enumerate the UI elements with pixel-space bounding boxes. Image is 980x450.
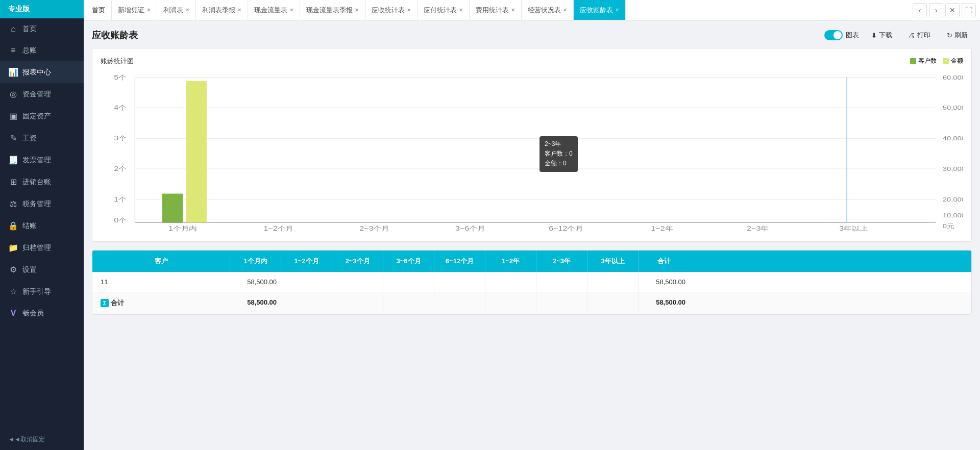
tab-operation-close[interactable]: ✕ [563,7,567,13]
tab-next-button[interactable]: › [929,3,943,17]
refresh-button[interactable]: ↻ 刷新 [943,29,972,42]
svg-text:60,000.00元: 60,000.00元 [943,74,963,81]
sidebar-item-report[interactable]: 📊 报表中心 [0,61,84,83]
sidebar-item-vip[interactable]: V 畅会员 [0,303,84,324]
settings-icon: ⚙ [8,265,18,274]
svg-text:20,000.00元: 20,000.00元 [943,196,963,203]
tab-cashflow-label: 现金流量表 [254,6,287,15]
td-total-year3plus [587,292,639,314]
chart-toggle[interactable] [824,30,843,40]
td-total-year1-2 [485,292,536,314]
tab-bar: 首页 新增凭证 ✕ 利润表 ✕ 利润表季报 ✕ 现金流量表 ✕ 现金流量表季报 … [84,0,980,20]
svg-text:2~3个月: 2~3个月 [359,225,389,232]
chart-toggle-wrap: 图表 [824,30,859,40]
tab-voucher-close[interactable]: ✕ [146,7,151,13]
svg-text:4个: 4个 [114,104,127,111]
td-total-month3-6 [383,292,434,314]
asset-icon: ▣ [8,111,18,121]
tab-receivable-stat-close[interactable]: ✕ [407,7,411,13]
svg-text:6~12个月: 6~12个月 [549,225,583,232]
fund-icon: ◎ [8,89,18,99]
sidebar-label-tax: 税务管理 [22,199,51,209]
svg-text:2~3年: 2~3年 [747,225,769,232]
svg-text:0元: 0元 [943,222,954,229]
sidebar-item-closing[interactable]: 🔒 结账 [0,215,84,237]
report-icon: 📊 [8,67,18,77]
svg-text:0个: 0个 [114,217,127,224]
th-month3-6: 3~6个月 [383,251,434,272]
tab-operation-label: 经营状况表 [528,6,561,15]
tab-profit-quarter-label: 利润表季报 [202,6,235,15]
legend-amount-dot [943,58,949,64]
chart-container: 账龄统计图 客户数 金额 5个 4个 3个 2个 [92,48,972,242]
bar-amount-1[interactable] [186,81,207,223]
sidebar-unpin-button[interactable]: ◄◄取消固定 [0,429,84,450]
tab-prev-button[interactable]: ‹ [913,3,927,17]
tab-payable-stat[interactable]: 应付统计表 ✕ [418,0,470,20]
td-total-month6-12 [434,292,485,314]
tab-expense-stat[interactable]: 费用统计表 ✕ [470,0,522,20]
page-title: 应收账龄表 [92,29,138,41]
bar-customer-1[interactable] [162,194,183,223]
table-row[interactable]: 11 58,500.00 58,500.00 [92,272,971,292]
tab-expense-stat-close[interactable]: ✕ [511,7,515,13]
sidebar-label-home: 首页 [22,24,37,34]
tab-voucher[interactable]: 新增凭证 ✕ [112,0,157,20]
print-button[interactable]: 🖨 打印 [904,29,935,42]
td-total-year2-3 [536,292,587,314]
sidebar-item-ledger[interactable]: ≡ 总账 [0,40,84,61]
download-button[interactable]: ⬇ 下载 [867,29,896,42]
th-month2-3: 2~3个月 [332,251,383,272]
svg-text:3年以上: 3年以上 [839,225,868,232]
td-year3plus [587,272,639,292]
tax-icon: ⚖ [8,199,18,209]
invoice-icon: 🧾 [8,155,18,165]
tab-cashflow-quarter[interactable]: 现金流量表季报 ✕ [300,0,365,20]
sidebar-item-fund[interactable]: ◎ 资金管理 [0,83,84,105]
th-month6-12: 6~12个月 [434,251,485,272]
sidebar-item-asset[interactable]: ▣ 固定资产 [0,105,84,127]
page-header: 应收账龄表 图表 ⬇ 下载 🖨 打印 ↻ 刷新 [92,29,972,42]
tab-receivable-stat[interactable]: 应收统计表 ✕ [365,0,418,20]
svg-text:1~2个月: 1~2个月 [263,225,293,232]
sidebar-item-home[interactable]: ⌂ 首页 [0,18,84,40]
sidebar-item-tax[interactable]: ⚖ 税务管理 [0,193,84,215]
legend-customer-dot [910,58,916,64]
th-year2-3: 2~3年 [536,251,587,272]
th-year1-2: 1~2年 [485,251,536,272]
sidebar-item-guide[interactable]: ☆ 新手引导 [0,281,84,303]
tab-ar-aging-close[interactable]: ✕ [615,7,619,13]
tab-profit-close[interactable]: ✕ [185,7,189,13]
sidebar-item-inventory[interactable]: ⊞ 进销台账 [0,171,84,193]
tab-cashflow[interactable]: 现金流量表 ✕ [248,0,300,20]
tab-payable-stat-close[interactable]: ✕ [459,7,463,13]
tab-cashflow-close[interactable]: ✕ [289,7,293,13]
tab-cashflow-quarter-label: 现金流量表季报 [306,6,353,15]
tab-home[interactable]: 首页 [86,0,112,20]
td-customer: 11 [92,272,230,292]
total-text: 合计 [111,298,124,308]
tab-receivable-stat-label: 应收统计表 [372,6,405,15]
svg-text:40,000.00元: 40,000.00元 [943,135,963,142]
tab-fullscreen-button[interactable]: ⛶ [962,3,976,17]
svg-text:3个: 3个 [114,135,127,142]
svg-text:1~2年: 1~2年 [651,225,673,232]
sidebar-item-salary[interactable]: ✎ 工资 [0,127,84,149]
sidebar-item-archive[interactable]: 📁 归档管理 [0,237,84,259]
tab-close-all-button[interactable]: ✕ [945,3,960,17]
td-month1-2 [281,272,332,292]
tab-operation[interactable]: 经营状况表 ✕ [522,0,574,20]
tab-profit-quarter-close[interactable]: ✕ [237,7,241,13]
sidebar-item-settings[interactable]: ⚙ 设置 [0,259,84,281]
legend-amount: 金额 [943,57,963,65]
sidebar-item-invoice[interactable]: 🧾 发票管理 [0,149,84,171]
th-month1: 1个月内 [230,251,281,272]
sidebar-label-settings: 设置 [22,265,37,274]
tab-profit-quarter[interactable]: 利润表季报 ✕ [196,0,248,20]
tab-cashflow-quarter-close[interactable]: ✕ [355,7,359,13]
tab-payable-stat-label: 应付统计表 [424,6,457,15]
tab-ar-aging[interactable]: 应收账龄表 ✕ [574,0,626,20]
tabbar-actions: ‹ › ✕ ⛶ [913,3,978,17]
sidebar-label-invoice: 发票管理 [22,156,51,165]
tab-profit[interactable]: 利润表 ✕ [157,0,196,20]
